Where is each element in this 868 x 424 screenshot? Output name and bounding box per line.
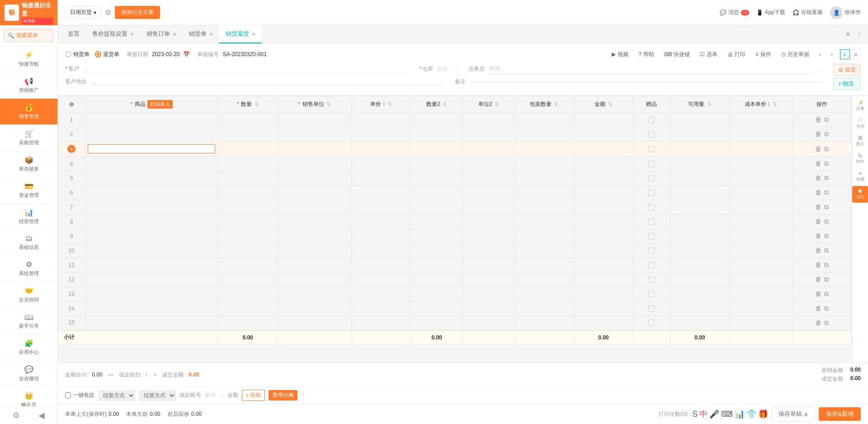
quantity-cell[interactable] (218, 258, 278, 272)
sidebar-item-shortcuts[interactable]: ⚡ 快捷导航 (0, 46, 57, 72)
unit-price-cell[interactable] (352, 186, 411, 200)
product-cell[interactable] (85, 229, 218, 243)
delete-row-btn[interactable]: 🗑 (815, 130, 821, 138)
product-input[interactable] (88, 144, 215, 153)
product-cell[interactable] (85, 127, 218, 142)
unit2-sort-icon[interactable]: ⇅ (495, 101, 499, 107)
unit-price-cell[interactable] (352, 229, 411, 243)
settings-bottom-btn[interactable]: ⚙ (13, 410, 20, 420)
unit-sort-icon[interactable]: ⇅ (326, 101, 331, 107)
sales-unit-cell[interactable] (278, 142, 352, 157)
gift-checkbox[interactable] (648, 276, 655, 283)
unit2-cell[interactable] (462, 316, 514, 330)
account-dots[interactable]: ... (219, 392, 224, 399)
grid-view-btn[interactable]: ⊞ (851, 49, 861, 59)
sales-unit-cell[interactable] (278, 301, 352, 316)
unit2-cell[interactable] (462, 157, 514, 171)
toolbar-print-btn[interactable]: 🖨 打印 (725, 50, 748, 59)
quantity2-cell[interactable] (411, 258, 463, 272)
calendar-icon[interactable]: 📅 (183, 51, 190, 57)
messages-button[interactable]: 💬 消息 70 (720, 9, 749, 16)
cost-unit-cell[interactable] (729, 171, 792, 186)
one-key-payment-check[interactable]: 一键收款 (65, 391, 94, 399)
save-new-button[interactable]: 保存&新增 (819, 407, 861, 421)
bottom-icon-4[interactable]: ⌨ (721, 409, 733, 419)
unit2-cell[interactable] (462, 127, 514, 142)
unit-price-cell[interactable] (352, 157, 411, 171)
unit2-cell[interactable] (462, 258, 514, 272)
add-row-button[interactable]: + (67, 145, 75, 153)
pkg-sort-icon[interactable]: ⇅ (554, 101, 558, 107)
delete-row-btn[interactable]: 🗑 (815, 319, 821, 327)
cost-unit-cell[interactable] (729, 214, 792, 229)
quantity-cell[interactable] (218, 287, 278, 301)
quantity2-cell[interactable] (411, 316, 463, 330)
right-icon-note[interactable]: 📝 记事 (852, 98, 868, 114)
product-cell[interactable] (85, 186, 218, 200)
cost-unit-cell[interactable] (729, 229, 792, 243)
delete-row-btn[interactable]: 🗑 (815, 160, 821, 167)
header-settings-icon[interactable]: ⚙ (105, 8, 111, 17)
package-qty-cell[interactable] (514, 243, 574, 258)
calc-method-select[interactable]: 结算方式 (139, 390, 176, 401)
amount-cell[interactable] (574, 142, 633, 157)
delete-row-btn[interactable]: 🗑 (815, 189, 821, 196)
copy-row-btn[interactable]: ⧉ (824, 261, 829, 269)
collapse-btn[interactable]: ◀ (38, 410, 45, 420)
qty-sort-icon[interactable]: ⇅ (255, 101, 259, 107)
available-cell[interactable] (670, 171, 729, 186)
list-view-btn[interactable]: ≡ (840, 49, 850, 59)
gift-checkbox[interactable] (648, 117, 655, 123)
unit-price-cell[interactable] (352, 142, 411, 157)
right-icon-log[interactable]: 📋 日志 (852, 186, 868, 203)
sidebar-item-system[interactable]: ⚙ 系统管理 (0, 256, 57, 282)
sales-unit-cell[interactable] (278, 113, 352, 127)
sales-unit-cell[interactable] (278, 229, 352, 243)
copy-row-btn[interactable]: ⧉ (824, 160, 829, 167)
gift-checkbox[interactable] (648, 233, 655, 239)
quantity-cell[interactable] (218, 171, 278, 186)
unit-price-cell[interactable] (352, 127, 411, 142)
cost-unit-cell[interactable] (729, 243, 792, 258)
gift-checkbox[interactable] (648, 319, 655, 326)
unit-price-cell[interactable] (352, 258, 411, 272)
quantity2-cell[interactable] (411, 186, 463, 200)
search-menu-button[interactable]: 🔍 搜索菜单 (4, 29, 54, 42)
amount-cell[interactable] (574, 272, 633, 287)
delete-row-btn[interactable]: 🗑 (815, 305, 821, 312)
product-cell[interactable] (85, 287, 218, 301)
available-cell[interactable] (670, 186, 729, 200)
right-icon-attachment[interactable]: 📎 附件 (852, 151, 868, 167)
delete-row-btn[interactable]: 🗑 (815, 276, 821, 283)
gift-checkbox[interactable] (648, 262, 655, 268)
cost-info-icon[interactable]: ℹ (768, 101, 770, 107)
quantity2-cell[interactable] (411, 142, 463, 157)
salesperson-input[interactable]: 选择... (488, 64, 814, 74)
copy-row-btn[interactable]: ⧉ (824, 232, 829, 240)
sales-unit-cell[interactable] (278, 186, 352, 200)
gift-cell[interactable] (633, 258, 670, 272)
delete-row-btn[interactable]: 🗑 (815, 145, 821, 153)
salesperson-dots[interactable]: ... (818, 66, 822, 72)
split-help-icon[interactable]: ? (301, 392, 304, 399)
cost-unit-cell[interactable] (729, 127, 792, 142)
quantity-cell[interactable] (218, 229, 278, 243)
quantity-cell[interactable] (218, 127, 278, 142)
sidebar-item-enterprise[interactable]: 🤝 企业协同 (0, 282, 57, 308)
prev-record-btn[interactable]: ‹ (816, 50, 824, 58)
sales-unit-cell[interactable] (278, 127, 352, 142)
available-cell[interactable] (670, 214, 729, 229)
tab-sales-order[interactable]: 销售订单 ✕ (140, 25, 183, 43)
product-cell[interactable] (85, 272, 218, 287)
tab-home[interactable]: 首页 (61, 25, 86, 43)
delete-row-btn[interactable]: 🗑 (815, 261, 821, 269)
gift-cell[interactable] (633, 214, 670, 229)
add-logistics-btn[interactable]: + 物流 (833, 78, 861, 90)
amount-cell[interactable] (574, 200, 633, 214)
bottom-icon-3[interactable]: 🎤 (709, 409, 719, 419)
gift-cell[interactable] (633, 171, 670, 186)
quantity-cell[interactable] (218, 113, 278, 127)
sales-unit-cell[interactable] (278, 214, 352, 229)
delete-row-btn[interactable]: 🗑 (815, 116, 821, 124)
toolbar-help-btn[interactable]: ? 帮助 (636, 50, 657, 59)
